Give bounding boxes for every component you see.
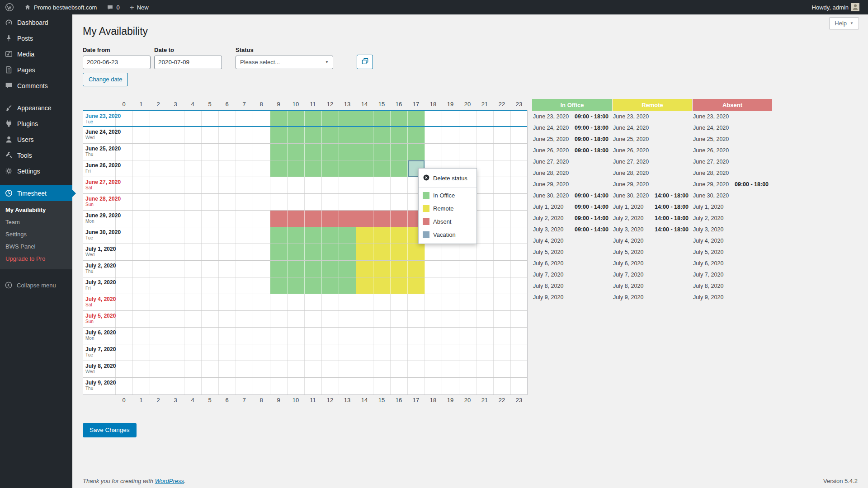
sidebar-item-media[interactable]: Media [0, 46, 72, 62]
schedule-cell[interactable] [511, 127, 528, 143]
schedule-cell[interactable] [133, 344, 150, 361]
schedule-cell[interactable] [511, 227, 528, 244]
schedule-cell[interactable] [459, 311, 476, 327]
schedule-cell[interactable] [425, 144, 442, 160]
schedule-cell[interactable] [494, 378, 511, 394]
schedule-cell[interactable] [270, 344, 288, 361]
schedule-cell[interactable] [373, 194, 391, 210]
schedule-cell[interactable] [442, 294, 459, 310]
schedule-cell[interactable] [133, 194, 150, 210]
schedule-cell[interactable] [494, 144, 511, 160]
schedule-cell[interactable] [459, 328, 476, 344]
schedule-cell[interactable] [219, 361, 236, 377]
schedule-cell[interactable] [288, 160, 305, 177]
schedule-cell[interactable] [202, 194, 219, 210]
status-option-vacation[interactable]: Vacation [419, 228, 476, 241]
schedule-cell[interactable] [133, 111, 150, 126]
schedule-cell[interactable] [202, 177, 219, 193]
schedule-cell[interactable] [150, 144, 167, 160]
schedule-cell[interactable] [442, 328, 459, 344]
schedule-cell[interactable] [167, 244, 184, 260]
sidebar-item-comments[interactable]: Comments [0, 78, 72, 94]
schedule-cell[interactable] [236, 211, 253, 227]
schedule-cell[interactable] [391, 227, 408, 244]
schedule-cell[interactable] [202, 127, 219, 143]
schedule-cell[interactable] [356, 277, 373, 294]
schedule-cell[interactable] [322, 277, 339, 294]
help-button[interactable]: Help ▼ [829, 17, 859, 29]
schedule-cell[interactable] [391, 328, 408, 344]
schedule-cell[interactable] [202, 311, 219, 327]
schedule-cell[interactable] [305, 328, 322, 344]
schedule-cell[interactable] [476, 194, 494, 210]
schedule-cell[interactable] [150, 277, 167, 294]
schedule-cell[interactable] [356, 244, 373, 260]
schedule-cell[interactable] [476, 160, 494, 177]
schedule-cell[interactable] [184, 144, 202, 160]
schedule-cell[interactable] [270, 160, 288, 177]
schedule-cell[interactable] [167, 361, 184, 377]
schedule-cell[interactable] [442, 361, 459, 377]
schedule-cell[interactable] [167, 294, 184, 310]
schedule-cell[interactable] [116, 328, 133, 344]
schedule-cell[interactable] [408, 277, 425, 294]
schedule-cell[interactable] [356, 144, 373, 160]
schedule-cell[interactable] [322, 194, 339, 210]
schedule-cell[interactable] [253, 328, 270, 344]
schedule-cell[interactable] [270, 294, 288, 310]
schedule-cell[interactable] [476, 261, 494, 277]
schedule-cell[interactable] [339, 294, 356, 310]
schedule-cell[interactable] [253, 127, 270, 143]
schedule-cell[interactable] [270, 127, 288, 143]
schedule-cell[interactable] [184, 277, 202, 294]
schedule-cell[interactable] [305, 344, 322, 361]
schedule-cell[interactable] [116, 211, 133, 227]
schedule-cell[interactable] [184, 311, 202, 327]
schedule-cell[interactable] [184, 378, 202, 394]
schedule-cell[interactable] [391, 177, 408, 193]
schedule-cell[interactable] [253, 211, 270, 227]
schedule-cell[interactable] [116, 227, 133, 244]
schedule-cell[interactable] [322, 160, 339, 177]
schedule-cell[interactable] [476, 177, 494, 193]
schedule-cell[interactable] [236, 344, 253, 361]
schedule-cell[interactable] [150, 160, 167, 177]
schedule-cell[interactable] [511, 160, 528, 177]
schedule-cell[interactable] [150, 328, 167, 344]
schedule-cell[interactable] [150, 311, 167, 327]
schedule-cell[interactable] [202, 294, 219, 310]
schedule-cell[interactable] [339, 328, 356, 344]
schedule-cell[interactable] [236, 160, 253, 177]
schedule-cell[interactable] [339, 277, 356, 294]
schedule-cell[interactable] [373, 244, 391, 260]
schedule-cell[interactable] [305, 160, 322, 177]
schedule-cell[interactable] [442, 344, 459, 361]
schedule-cell[interactable] [373, 344, 391, 361]
schedule-cell[interactable] [288, 294, 305, 310]
schedule-cell[interactable] [408, 378, 425, 394]
schedule-cell[interactable] [476, 294, 494, 310]
schedule-cell[interactable] [459, 127, 476, 143]
schedule-cell[interactable] [356, 194, 373, 210]
schedule-cell[interactable] [391, 378, 408, 394]
sidebar-item-timesheet[interactable]: Timesheet [0, 185, 72, 201]
schedule-cell[interactable] [442, 261, 459, 277]
schedule-cell[interactable] [236, 244, 253, 260]
schedule-cell[interactable] [219, 211, 236, 227]
schedule-cell[interactable] [150, 261, 167, 277]
schedule-cell[interactable] [133, 144, 150, 160]
schedule-cell[interactable] [442, 244, 459, 260]
schedule-cell[interactable] [391, 361, 408, 377]
schedule-cell[interactable] [459, 361, 476, 377]
schedule-cell[interactable] [236, 177, 253, 193]
schedule-cell[interactable] [305, 111, 322, 126]
schedule-cell[interactable] [219, 194, 236, 210]
status-select[interactable]: Please select... ▼ [236, 56, 333, 69]
schedule-cell[interactable] [219, 127, 236, 143]
schedule-cell[interactable] [133, 211, 150, 227]
schedule-cell[interactable] [116, 378, 133, 394]
schedule-cell[interactable] [391, 194, 408, 210]
schedule-cell[interactable] [408, 144, 425, 160]
schedule-cell[interactable] [476, 328, 494, 344]
schedule-cell[interactable] [116, 160, 133, 177]
